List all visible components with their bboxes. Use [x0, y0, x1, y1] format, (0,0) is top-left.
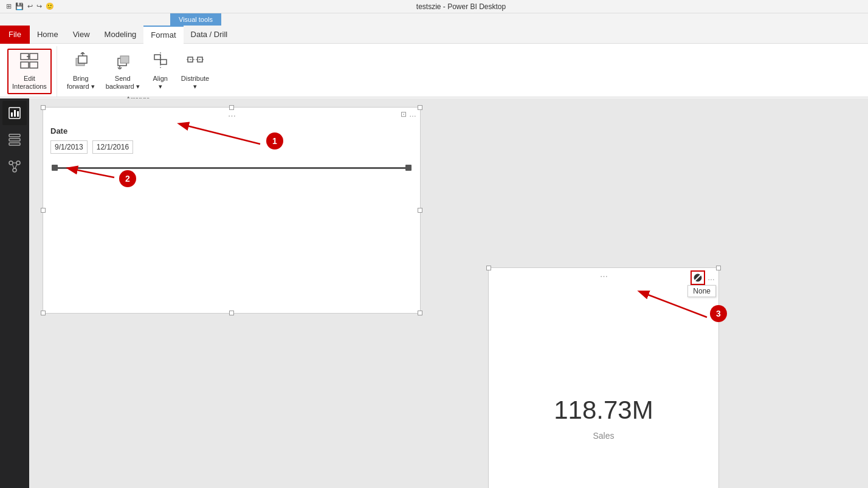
resize-handle-mr[interactable] [418, 208, 422, 213]
svg-rect-21 [9, 134, 20, 137]
app-icon: ⊞ [6, 2, 12, 10]
none-icon-wrapper [691, 270, 705, 285]
svg-rect-1 [30, 53, 38, 60]
ribbon: EditInteractions Bringforward ▾ [0, 44, 868, 97]
sidebar-item-data[interactable] [2, 128, 27, 152]
menu-format[interactable]: Format [143, 26, 183, 44]
slicer-track[interactable] [52, 167, 412, 169]
block-icon [693, 273, 703, 283]
svg-rect-23 [9, 143, 20, 145]
edit-interactions-icon [19, 52, 39, 74]
align-icon [152, 52, 169, 74]
more-options-icon[interactable]: … [409, 110, 416, 119]
svg-rect-20 [17, 111, 19, 117]
none-interaction-icon[interactable] [691, 270, 705, 285]
visual-header-icons: ⊡ … [401, 110, 416, 119]
none-tooltip: None [687, 285, 716, 297]
title-bar-icons: ⊞ 💾 ↩ ↪ 🙂 [6, 2, 54, 10]
menu-modeling[interactable]: Modeling [97, 26, 144, 44]
ribbon-buttons-edit: EditInteractions [7, 46, 52, 94]
date-slicer-title: Date [43, 122, 420, 138]
visual-tools-bar: Visual tools [0, 13, 868, 26]
resize-handle-mb[interactable] [229, 311, 234, 315]
slicer-slider[interactable] [43, 156, 420, 180]
svg-line-28 [12, 164, 14, 168]
svg-rect-3 [30, 62, 38, 68]
send-backward-icon [114, 52, 131, 74]
svg-rect-18 [11, 112, 13, 117]
more-options-icon-sales[interactable]: … [708, 273, 715, 282]
annotation-1: 1 [266, 132, 283, 149]
redo-icon[interactable]: ↪ [36, 2, 42, 10]
svg-point-26 [13, 168, 16, 172]
date-slicer-visual[interactable]: ⋯ ⊡ … Date 9/1/2013 12/1/2016 [43, 107, 421, 314]
interaction-icons: … [691, 270, 715, 285]
svg-rect-12 [154, 55, 160, 60]
undo-icon[interactable]: ↩ [27, 2, 33, 10]
bring-forward-icon [72, 52, 89, 74]
edit-interactions-label: EditInteractions [12, 75, 47, 91]
resize-handle-bl[interactable] [41, 311, 46, 315]
slicer-handle-left[interactable] [52, 165, 58, 171]
sales-card-visual[interactable]: ⋯ … None 118.73M Sales [488, 267, 719, 488]
sidebar [0, 98, 29, 488]
sidebar-item-model[interactable] [2, 154, 27, 179]
slicer-end-date[interactable]: 12/1/2016 [92, 140, 133, 154]
send-backward-button[interactable]: Sendbackward ▾ [101, 49, 145, 94]
distribute-button[interactable]: Distribute▾ [176, 49, 214, 94]
slicer-date-range: 9/1/2013 12/1/2016 [43, 138, 420, 156]
window-title: testszie - Power BI Desktop [60, 2, 862, 11]
expand-icon[interactable]: ⊡ [401, 110, 407, 119]
menu-bar: File Home View Modeling Format Data / Dr… [0, 26, 868, 44]
ribbon-group-arrange: Bringforward ▾ Sendbackward ▾ [57, 46, 219, 97]
sidebar-item-report[interactable] [2, 101, 27, 125]
svg-rect-9 [120, 56, 129, 63]
svg-rect-6 [78, 56, 87, 63]
svg-rect-22 [9, 139, 20, 141]
menu-home[interactable]: Home [30, 26, 66, 44]
menu-view[interactable]: View [66, 26, 97, 44]
menu-file[interactable]: File [0, 26, 30, 44]
svg-rect-2 [21, 62, 29, 68]
distribute-label: Distribute▾ [181, 75, 209, 91]
sales-card-header: ⋯ … None [489, 268, 718, 282]
send-backward-label: Sendbackward ▾ [106, 75, 140, 91]
title-bar: ⊞ 💾 ↩ ↪ 🙂 testszie - Power BI Desktop [0, 0, 868, 13]
canvas-area: ⋯ ⊡ … Date 9/1/2013 12/1/2016 ⋯ [29, 98, 868, 488]
resize-handle-ml[interactable] [41, 208, 46, 213]
align-button[interactable]: Align▾ [146, 49, 175, 94]
emoji-icon[interactable]: 🙂 [46, 2, 54, 10]
annotation-3: 3 [710, 305, 727, 322]
visual-date-slicer-header: ⋯ ⊡ … [43, 108, 420, 122]
sales-value: 118.73M [489, 396, 718, 425]
resize-handle-br[interactable] [418, 311, 422, 315]
bring-forward-button[interactable]: Bringforward ▾ [62, 49, 100, 94]
visual-resize-dots: ⋯ [228, 111, 236, 120]
bring-forward-label: Bringforward ▾ [67, 75, 95, 91]
save-icon[interactable]: 💾 [15, 2, 24, 10]
ribbon-group-label-edit [7, 94, 52, 98]
slicer-handle-right[interactable] [405, 165, 412, 171]
svg-line-29 [15, 164, 17, 168]
ribbon-buttons-arrange: Bringforward ▾ Sendbackward ▾ [62, 46, 214, 94]
align-label: Align▾ [153, 75, 168, 91]
slicer-start-date[interactable]: 9/1/2013 [50, 140, 88, 154]
annotation-2: 2 [119, 170, 136, 187]
svg-rect-13 [160, 60, 167, 64]
distribute-icon [187, 52, 204, 74]
sales-resize-dots: ⋯ [600, 272, 608, 281]
ribbon-group-edit-interactions: EditInteractions [2, 46, 57, 97]
menu-data-drill[interactable]: Data / Drill [184, 26, 235, 44]
svg-rect-19 [14, 110, 16, 117]
sales-label: Sales [489, 431, 718, 441]
visual-tools-tab: Visual tools [170, 13, 221, 26]
edit-interactions-button[interactable]: EditInteractions [7, 49, 52, 94]
